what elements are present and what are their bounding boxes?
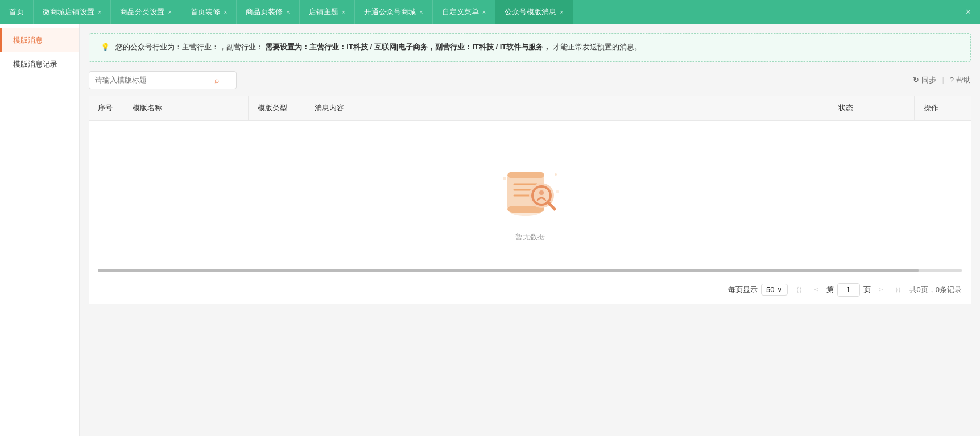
nav-tab-product-page[interactable]: 商品页装修 × [237, 0, 299, 24]
nav-tab-shop-setting[interactable]: 微商城店铺设置 × [34, 0, 111, 24]
search-icon[interactable]: ⌕ [214, 76, 219, 85]
svg-point-13 [556, 190, 559, 193]
toolbar-right: ↻ 同步 | ? 帮助 [913, 75, 971, 85]
col-content: 消息内容 [305, 96, 829, 121]
sidebar-item-template-msg[interactable]: 模版消息 [0, 28, 79, 52]
nav-tab-homepage[interactable]: 首页装修 × [181, 0, 237, 24]
search-input-wrap: ⌕ [89, 71, 237, 89]
nav-tab-home[interactable]: 首页 [0, 0, 34, 24]
notice-box: 💡 您的公众号行业为：主营行业：，副营行业： 需要设置为：主营行业：IT科技 /… [89, 33, 971, 62]
notice-icon: 💡 [101, 43, 110, 51]
col-status: 状态 [829, 96, 914, 121]
close-icon[interactable]: × [419, 9, 423, 15]
svg-point-11 [503, 177, 506, 180]
pagination: 每页显示 50 ∨ ⟨⟨ ＜ 第 页 ＞ ⟩⟩ 共0页，0条记录 [89, 276, 971, 304]
page-size-dropdown[interactable]: 50 ∨ [761, 284, 787, 296]
close-icon[interactable]: × [342, 9, 345, 15]
table-scrollbar[interactable] [98, 269, 962, 272]
sync-icon: ↻ [913, 76, 919, 84]
empty-illustration [496, 155, 564, 223]
svg-point-10 [539, 190, 544, 195]
nav-tab-template-msg[interactable]: 公众号模版消息 × [495, 0, 573, 24]
search-input[interactable] [95, 76, 214, 84]
svg-rect-2 [507, 172, 544, 178]
col-index: 序号 [89, 96, 123, 121]
empty-state: 暂无数据 [89, 121, 971, 265]
total-info: 共0页，0条记录 [909, 285, 962, 295]
table-scrollbar-wrap [89, 265, 971, 276]
close-icon[interactable]: × [482, 9, 486, 15]
sidebar-item-template-msg-record[interactable]: 模版消息记录 [0, 52, 79, 76]
last-page-button[interactable]: ⟩⟩ [891, 283, 905, 297]
help-icon: ? [950, 76, 954, 84]
close-icon[interactable]: × [224, 9, 227, 15]
svg-point-12 [555, 173, 557, 176]
chevron-down-icon: ∨ [777, 285, 783, 294]
empty-text: 暂无数据 [515, 232, 545, 242]
first-page-button[interactable]: ⟨⟨ [792, 283, 806, 297]
nav-tab-open-store[interactable]: 开通公众号商城 × [355, 0, 432, 24]
sidebar: 模版消息 模版消息记录 [0, 24, 80, 436]
nav-tab-category[interactable]: 商品分类设置 × [111, 0, 181, 24]
top-nav-bar: 首页 微商城店铺设置 × 商品分类设置 × 首页装修 × 商品页装修 × 店铺主… [0, 0, 980, 24]
close-all-button[interactable]: × [957, 7, 980, 17]
page-nav: ⟨⟨ ＜ 第 页 ＞ ⟩⟩ [792, 283, 905, 297]
sync-button[interactable]: ↻ 同步 [913, 75, 936, 85]
nav-tab-custom-menu[interactable]: 自定义菜单 × [433, 0, 495, 24]
main-layout: 模版消息 模版消息记录 💡 您的公众号行业为：主营行业：，副营行业： 需要设置为… [0, 24, 980, 436]
page-number-input[interactable] [837, 283, 860, 297]
table-scrollbar-thumb[interactable] [98, 269, 919, 272]
divider: | [942, 76, 944, 84]
col-type: 模版类型 [248, 96, 305, 121]
content-area: 💡 您的公众号行业为：主营行业：，副营行业： 需要设置为：主营行业：IT科技 /… [80, 24, 980, 436]
close-icon[interactable]: × [286, 9, 290, 15]
prev-page-button[interactable]: ＜ [809, 283, 823, 297]
close-icon[interactable]: × [98, 9, 101, 15]
col-name: 模版名称 [123, 96, 248, 121]
next-page-button[interactable]: ＞ [874, 283, 888, 297]
nav-tab-theme[interactable]: 店铺主题 × [300, 0, 355, 24]
search-bar: ⌕ ↻ 同步 | ? 帮助 [89, 71, 971, 89]
close-icon[interactable]: × [560, 9, 563, 15]
data-table: 序号 模版名称 模版类型 消息内容 状态 操作 [89, 96, 971, 121]
table-header-row: 序号 模版名称 模版类型 消息内容 状态 操作 [89, 96, 971, 121]
close-icon[interactable]: × [168, 9, 171, 15]
col-action: 操作 [914, 96, 971, 121]
help-button[interactable]: ? 帮助 [950, 75, 971, 85]
page-size-select: 每页显示 50 ∨ [728, 284, 787, 296]
